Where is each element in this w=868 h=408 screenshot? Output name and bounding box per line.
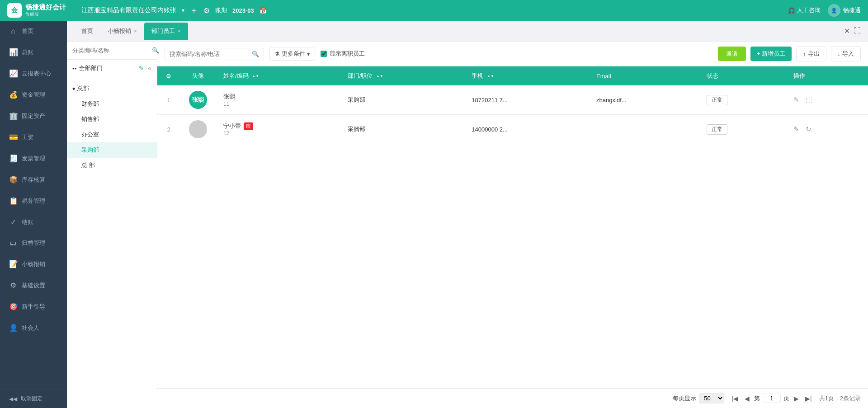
show-resigned-checkbox[interactable] [321, 51, 327, 57]
user-name: 畅捷通 [843, 6, 861, 14]
sidebar-item-close[interactable]: ✓ 结账 [0, 211, 67, 233]
dept-parent-hq: ▾ 总部 [67, 81, 157, 96]
email-cell-2 [589, 115, 699, 144]
sidebar-label-invoice: 发票管理 [22, 155, 45, 163]
header-add-btn[interactable]: ＋ [190, 5, 198, 16]
tab-maximize-btn[interactable]: ⛶ [854, 27, 861, 35]
avatar-1: 张熙 [189, 91, 207, 109]
add-employee-button[interactable]: + 新增员工 [750, 47, 792, 61]
tab-employees[interactable]: 部门员工 × [144, 23, 188, 40]
import-label: 导入 [842, 50, 854, 58]
pending-badge-2: 应 [244, 122, 253, 130]
dept-child-sales[interactable]: 销售部 [67, 112, 157, 127]
edit-icon-2[interactable]: ✎ [793, 125, 799, 133]
name-cell-2: 宁小壹 应 12 [216, 115, 340, 144]
main-layout: ⌂ 首页 📊 总账 📈 云报表中心 💰 资金管理 🏢 固定资产 💳 工资 🧾 发… [0, 21, 868, 408]
th-phone[interactable]: 手机 ▲▼ [464, 66, 589, 85]
invite-button[interactable]: 邀请 [718, 47, 746, 61]
sidebar-item-ledger[interactable]: 📊 总账 [0, 42, 67, 63]
sidebar-item-funds[interactable]: 💰 资金管理 [0, 84, 67, 105]
pin-icon: ◀◀ [9, 396, 17, 402]
th-status: 状态 [699, 66, 787, 85]
user-area[interactable]: 👤 畅捷通 [828, 4, 861, 17]
tab-close-window-btn[interactable]: ✕ [844, 27, 850, 35]
dept-child-hq[interactable]: 总 部 [67, 158, 157, 173]
settings-icon: ⚙ [9, 281, 17, 290]
sidebar-item-settings[interactable]: ⚙ 基础设置 [0, 275, 67, 296]
next-page-btn[interactable]: ▶ [792, 394, 801, 403]
employee-name-2: 宁小壹 [223, 122, 241, 130]
header-middle: 江西服宝精品有限责任公司内账张 ▾ ＋ ⚙ 账期 2023-03 📅 [74, 5, 788, 16]
calendar-icon[interactable]: 📅 [259, 7, 267, 14]
tab-expense-close[interactable]: × [134, 28, 137, 34]
sidebar-item-assets[interactable]: 🏢 固定资产 [0, 105, 67, 127]
sidebar-item-guide[interactable]: 🎯 新手引导 [0, 296, 67, 317]
table-row: 1 张熙 张熙 11 [157, 85, 868, 115]
logout-icon-1[interactable]: ⬚ [806, 96, 812, 104]
employee-code-2: 12 [223, 130, 333, 136]
th-name-label: 姓名/编码 [223, 72, 249, 79]
dept-sort-icon[interactable]: ▲▼ [376, 75, 383, 78]
sidebar-item-archive[interactable]: 🗂 归档管理 [0, 233, 67, 253]
more-filter-button[interactable]: ⚗ 更多条件 ▾ [269, 47, 315, 61]
sidebar-item-invoice[interactable]: 🧾 发票管理 [0, 148, 67, 169]
employee-name-1: 张熙 [223, 93, 235, 101]
th-status-label: 状态 [707, 72, 718, 79]
last-page-btn[interactable]: ▶| [803, 394, 814, 403]
sidebar-label-close: 结账 [22, 218, 33, 226]
th-name[interactable]: 姓名/编码 ▲▼ [216, 66, 340, 85]
dept-expand-icon: ▾ [72, 85, 75, 92]
support-button[interactable]: 🎧 人工咨询 [788, 6, 821, 14]
cancel-pin-button[interactable]: ◀◀ 取消固定 [0, 389, 67, 408]
archive-icon: 🗂 [9, 239, 17, 247]
sidebar-label-social: 社会人 [22, 324, 39, 332]
sidebar-item-home[interactable]: ⌂ 首页 [0, 21, 67, 42]
tab-expense-label: 小畅报销 [108, 27, 131, 35]
tab-home[interactable]: 首页 [74, 23, 100, 40]
ledger-icon: 📊 [9, 48, 17, 56]
headset-icon: 🎧 [788, 7, 795, 14]
settings-cog-icon[interactable]: ⚙ [166, 73, 171, 80]
status-badge-2: 正常 [707, 124, 727, 135]
tab-employees-close[interactable]: × [178, 28, 181, 34]
import-icon: ↓ [838, 51, 841, 57]
th-actions-label: 操作 [793, 72, 805, 79]
refresh-icon-2[interactable]: ↻ [806, 125, 811, 133]
period-value: 2023-03 [232, 7, 254, 14]
status-cell-2: 正常 [699, 115, 787, 144]
th-avatar: 头像 [180, 66, 216, 85]
page-input[interactable] [763, 394, 781, 403]
th-settings: ⚙ [157, 66, 180, 85]
phone-sort-icon[interactable]: ▲▼ [487, 75, 494, 78]
show-resigned-checkbox-label[interactable]: 显示离职员工 [321, 50, 365, 58]
first-page-btn[interactable]: |◀ [730, 394, 740, 403]
sidebar-item-salary[interactable]: 💳 工资 [0, 127, 67, 148]
dept-collapse-icon[interactable]: « [148, 65, 151, 72]
dept-child-purchasing[interactable]: 采购部 [67, 142, 157, 158]
prev-page-btn[interactable]: ◀ [743, 394, 751, 403]
sidebar-item-tax[interactable]: 📋 税务管理 [0, 190, 67, 211]
dept-child-office[interactable]: 办公室 [67, 127, 157, 142]
dept-child-finance[interactable]: 财务部 [67, 96, 157, 112]
sidebar-item-social[interactable]: 👤 社会人 [0, 317, 67, 338]
tab-expense[interactable]: 小畅报销 × [100, 23, 144, 40]
search-icon[interactable]: 🔍 [252, 51, 259, 57]
sidebar-item-reports[interactable]: 📈 云报表中心 [0, 63, 67, 84]
sidebar-item-expense[interactable]: 📝 小畅报销 [0, 253, 67, 275]
page-size-dropdown[interactable]: 50 100 200 [699, 393, 724, 403]
period-label: 账期 [215, 6, 227, 14]
company-dropdown-btn[interactable]: ▾ [182, 7, 184, 14]
dept-all-label[interactable]: ▪▪ 全部部门 [72, 64, 103, 72]
sidebar-label-home: 首页 [22, 27, 33, 35]
dept-edit-icon[interactable]: ✎ [139, 65, 144, 72]
th-dept[interactable]: 部门/职位 ▲▼ [340, 66, 465, 85]
import-button[interactable]: ↓ 导入 [831, 46, 861, 61]
edit-icon-1[interactable]: ✎ [793, 96, 799, 104]
name-sort-icon[interactable]: ▲▼ [252, 75, 259, 78]
header-settings-icon[interactable]: ⚙ [203, 6, 210, 15]
sidebar-item-inventory[interactable]: 📦 库存核算 [0, 169, 67, 190]
employee-search-input[interactable] [170, 51, 248, 57]
logo-icon: 会 [7, 3, 22, 18]
export-button[interactable]: ↑ 导出 [796, 46, 826, 61]
dept-search-input[interactable] [72, 47, 148, 54]
